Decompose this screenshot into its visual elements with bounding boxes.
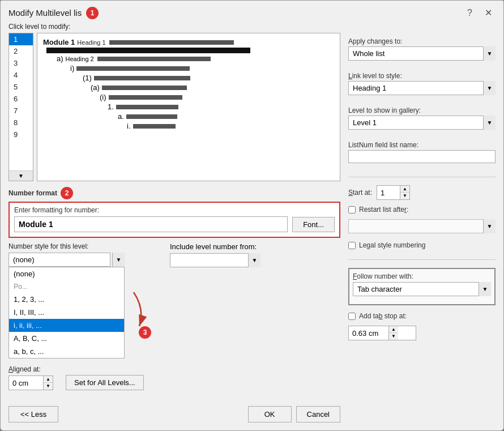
start-at-spinner: ▲ ▼ xyxy=(377,185,410,200)
add-tab-label: Add tab stop at: xyxy=(359,312,407,320)
aligned-at-up[interactable]: ▲ xyxy=(44,376,53,383)
dropdown-item-iii-lower[interactable]: i, ii, iii, ... xyxy=(9,319,124,332)
listnum-input[interactable] xyxy=(348,150,496,163)
add-tab-input[interactable] xyxy=(349,327,388,339)
aligned-at-label: Aligned at: xyxy=(8,365,53,373)
listnum-section: ListNum field list name: xyxy=(348,141,496,165)
bottom-row: << Less OK Cancel xyxy=(8,400,340,423)
follow-section: Follow number with: Tab character Space … xyxy=(348,268,496,305)
title-bar: Modify Multilevel lis 1 ? ✕ xyxy=(1,1,503,23)
level-item-1[interactable]: 1 xyxy=(9,33,33,45)
dropdown-item-123[interactable]: 1, 2, 3, ... xyxy=(9,293,124,306)
dropdown-item-iii[interactable]: I, II, III, ... xyxy=(9,306,124,319)
preview-sublabel-1: Heading 1 xyxy=(77,39,105,46)
level-item-4[interactable]: 4 xyxy=(9,69,33,81)
title-bar-left: Modify Multilevel lis 1 xyxy=(8,7,99,19)
level-item-9[interactable]: 9 xyxy=(9,129,33,140)
apply-dropdown[interactable]: Whole list ▼ xyxy=(348,46,496,61)
preview-line-6: (a) xyxy=(43,83,334,92)
cancel-button[interactable]: Cancel xyxy=(296,406,340,423)
start-at-label: Start at: xyxy=(348,189,372,197)
number-format-input[interactable] xyxy=(14,216,288,232)
level-scroll-down[interactable]: ▼ xyxy=(9,170,33,181)
number-format-box: Enter formatting for number: Font... xyxy=(8,202,340,238)
include-select[interactable] xyxy=(170,253,260,267)
level-item-6[interactable]: 6 xyxy=(9,93,33,105)
preview-box: Module 1 Heading 1 a) Heading 2 xyxy=(37,33,340,181)
dropdown-item-abc-upper[interactable]: A, B, C, ... xyxy=(9,332,124,345)
number-style-col: Number style for this level: (none) 1, 2… xyxy=(8,242,162,359)
less-button[interactable]: << Less xyxy=(8,406,58,423)
add-tab-checkbox[interactable] xyxy=(348,313,356,320)
preview-line-8: 1. xyxy=(43,103,334,111)
dialog-body: Click level to modify: 1 2 3 4 5 6 7 8 9 xyxy=(1,23,503,430)
follow-select[interactable]: Tab character Space Nothing xyxy=(353,282,491,296)
preview-bar-1 xyxy=(109,40,234,45)
restart-label: Restart list after: xyxy=(359,206,408,214)
help-button[interactable]: ? xyxy=(464,7,476,19)
number-style-select[interactable]: (none) 1, 2, 3, ... I, II, III, ... i, i… xyxy=(8,253,110,267)
link-select[interactable]: Heading 1 xyxy=(348,81,496,95)
number-style-select-wrap: (none) 1, 2, 3, ... I, II, III, ... i, i… xyxy=(8,253,125,359)
add-tab-up[interactable]: ▲ xyxy=(389,326,398,333)
gallery-dropdown[interactable]: Level 1 ▼ xyxy=(348,116,496,130)
ok-button[interactable]: OK xyxy=(248,406,292,423)
number-style-dropdown-row: (none) 1, 2, 3, ... I, II, III, ... i, i… xyxy=(8,253,162,359)
arrow-annotation: 3 xyxy=(128,287,162,339)
preview-bar-9 xyxy=(126,114,177,119)
aligned-at-spinner: ▲ ▼ xyxy=(8,375,53,390)
dialog: Modify Multilevel lis 1 ? ✕ Click level … xyxy=(0,0,504,431)
dropdown-item-none[interactable]: (none) xyxy=(9,267,124,280)
nf-label: Enter formatting for number: xyxy=(14,206,335,214)
style-row: Number style for this level: (none) 1, 2… xyxy=(8,242,340,359)
level-list: 1 2 3 4 5 6 7 8 9 ▼ xyxy=(8,33,33,181)
link-dropdown[interactable]: Heading 1 ▼ xyxy=(348,81,496,95)
gallery-select[interactable]: Level 1 xyxy=(348,116,496,130)
preview-bar-3 xyxy=(97,57,211,61)
aligned-at-down[interactable]: ▼ xyxy=(44,383,53,390)
number-style-dropdown[interactable]: (none) 1, 2, 3, ... I, II, III, ... i, i… xyxy=(8,253,125,267)
follow-dropdown[interactable]: Tab character Space Nothing ▼ xyxy=(353,282,491,296)
legal-checkbox[interactable] xyxy=(348,242,356,249)
level-item-7[interactable]: 7 xyxy=(9,105,33,117)
font-button[interactable]: Font... xyxy=(292,217,335,232)
restart-checkbox[interactable] xyxy=(348,206,356,214)
title-buttons: ? ✕ xyxy=(464,6,496,19)
aligned-at-col: Aligned at: ▲ ▼ xyxy=(8,365,53,390)
legal-label: Legal style numbering xyxy=(359,241,425,249)
dialog-title: Modify Multilevel lis xyxy=(8,8,82,18)
set-all-button[interactable]: Set for All Levels... xyxy=(66,375,144,390)
preview-line-7: (i) xyxy=(43,93,334,101)
add-tab-down[interactable]: ▼ xyxy=(389,333,398,340)
preview-bar-7 xyxy=(109,95,182,100)
include-dropdown[interactable]: ▼ xyxy=(170,253,260,267)
dropdown-item-abc-lower[interactable]: a, b, c, ... xyxy=(9,345,124,358)
preview-label-8: 1. xyxy=(108,103,114,111)
divider-1 xyxy=(348,177,496,177)
level-item-2[interactable]: 2 xyxy=(9,45,33,57)
level-item-8[interactable]: 8 xyxy=(9,117,33,129)
start-at-row: Start at: ▲ ▼ xyxy=(348,185,496,200)
apply-select[interactable]: Whole list xyxy=(348,46,496,61)
level-item-5[interactable]: 5 xyxy=(9,81,33,93)
level-list-wrap: 1 2 3 4 5 6 7 8 9 ▼ xyxy=(9,33,33,181)
link-section: Link level to style: Heading 1 ▼ xyxy=(348,72,496,100)
start-at-down[interactable]: ▼ xyxy=(400,193,409,199)
close-button[interactable]: ✕ xyxy=(481,6,496,19)
preview-line-10: i. xyxy=(43,122,334,130)
left-panel: Click level to modify: 1 2 3 4 5 6 7 8 9 xyxy=(8,23,340,423)
start-at-input[interactable] xyxy=(377,187,400,199)
preview-bar-8 xyxy=(116,105,178,109)
restart-dropdown[interactable]: ▼ xyxy=(348,219,496,233)
preview-line-2 xyxy=(43,48,334,53)
preview-label-7: (i) xyxy=(100,93,106,101)
position-row: Aligned at: ▲ ▼ Set for All Levels... xyxy=(8,365,340,390)
level-item-3[interactable]: 3 xyxy=(9,57,33,69)
restart-select[interactable] xyxy=(348,219,496,233)
start-at-up[interactable]: ▲ xyxy=(400,186,409,193)
dropdown-item-pos[interactable]: Po... xyxy=(9,280,124,293)
add-tab-row: Add tab stop at: xyxy=(348,312,496,320)
aligned-at-input[interactable] xyxy=(9,377,43,389)
add-tab-spinner-buttons: ▲ ▼ xyxy=(388,326,398,340)
preview-line-4: i) xyxy=(43,64,334,72)
